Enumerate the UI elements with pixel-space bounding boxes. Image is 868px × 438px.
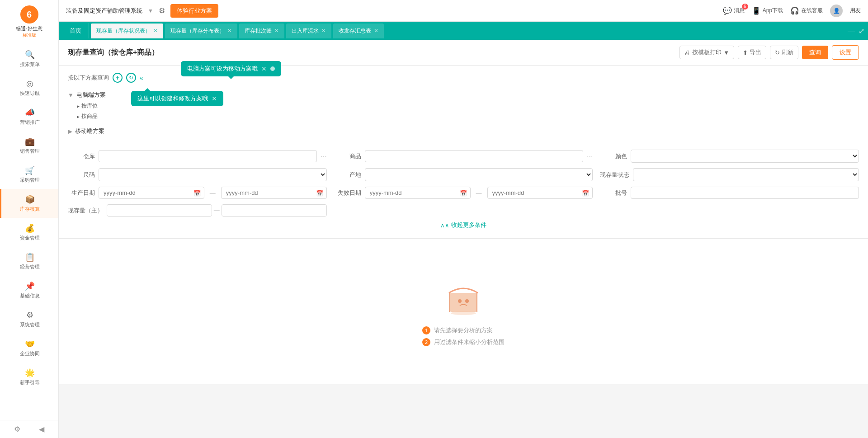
sidebar-item-sales[interactable]: 💼 销售管理 (0, 131, 58, 160)
phone-icon: 📱 (752, 6, 761, 15)
sidebar-item-operations[interactable]: 📋 经营管理 (0, 247, 58, 276)
tab-label: 现存量（库存分布表） (170, 27, 225, 35)
sidebar-item-label: 采购管理 (20, 177, 40, 184)
refresh-icon: ↻ (775, 49, 780, 56)
print-button[interactable]: 🖨 按模板打印 ▼ (679, 46, 734, 59)
batch-no-input[interactable] (631, 187, 859, 199)
sidebar-item-purchase[interactable]: 🛒 采购管理 (0, 160, 58, 189)
hint-item-2: 2 用过滤条件来缩小分析范围 (422, 336, 505, 348)
content-area: 现存量查询（按仓库+商品） 🖨 按模板打印 ▼ ⬆ 导出 ↻ 刷新 查询 设置 (59, 40, 868, 438)
sidebar-item-quicknav[interactable]: ◎ 快速导航 (0, 73, 58, 102)
compass-icon: ◎ (26, 79, 33, 89)
enterprise-icon: 🤝 (25, 339, 35, 349)
filter-refresh-button[interactable]: ↻ (126, 73, 136, 83)
collapse-button[interactable]: ∧∧ 收起更多条件 (440, 221, 486, 229)
scheme-mobile[interactable]: ▶ 移动端方案 (68, 125, 106, 137)
system-name: 装备及固定资产辅助管理系统 (66, 7, 142, 15)
tab-batch-ledger[interactable]: 库存批次账 ✕ (239, 24, 284, 38)
tab-close-icon[interactable]: ✕ (227, 28, 232, 34)
expire-date-to-input[interactable] (487, 187, 593, 199)
tab-inventory-status[interactable]: 现存量（库存状况表） ✕ (91, 24, 163, 38)
origin-label: 产地 (334, 171, 361, 179)
sidebar-item-newguide[interactable]: 🌟 新手引导 (0, 363, 58, 391)
tab-close-icon[interactable]: ✕ (321, 28, 326, 34)
tooltip2-close-icon[interactable]: ✕ (212, 95, 217, 102)
color-select[interactable] (631, 150, 859, 163)
qty-main-to-input[interactable] (222, 204, 327, 217)
print-icon: 🖨 (684, 49, 690, 56)
tooltip-close-icon[interactable]: ✕ (261, 65, 267, 72)
sidebar-item-inventory[interactable]: 📦 库存核算 (0, 189, 58, 218)
goods-dots-icon[interactable]: ··· (587, 152, 593, 160)
goods-input[interactable] (365, 150, 583, 162)
sidebar-item-basic[interactable]: 📌 基础信息 (0, 276, 58, 305)
warehouse-input[interactable] (99, 150, 317, 162)
app-label: App下载 (763, 7, 783, 14)
scheme-tooltip: 电脑方案可设为移动方案哦 ✕ (181, 61, 281, 76)
sidebar-item-label: 销售管理 (20, 148, 40, 155)
collapse-sidebar-button[interactable]: ◀ (39, 425, 44, 433)
warehouse-dots-icon[interactable]: ··· (321, 152, 326, 160)
qty-main-range: — (107, 204, 327, 217)
marketing-icon: 📣 (25, 108, 35, 118)
prod-date-from-input[interactable] (99, 187, 204, 199)
create-scheme-tooltip: 这里可以创建和修改方案哦 ✕ (131, 91, 223, 106)
origin-select[interactable] (365, 168, 593, 181)
prod-date-to-wrap: 📅 (221, 187, 327, 199)
filter-header: 按以下方案查询 + ↻ « 电脑方案可设为移动方案哦 ✕ (68, 73, 859, 83)
scheme-sub-label: 按商品 (81, 113, 98, 120)
filter-back-button[interactable]: « (140, 74, 143, 81)
qty-main-from-input[interactable] (107, 204, 212, 217)
search-button[interactable]: 查询 (802, 46, 828, 59)
scheme-sub-label: 按库位 (81, 102, 98, 110)
size-select[interactable] (99, 168, 327, 181)
tab-maximize-icon[interactable]: ⤢ (859, 27, 864, 35)
refresh-button[interactable]: ↻ 刷新 (770, 46, 798, 59)
industry-button[interactable]: 体验行业方案 (170, 4, 218, 18)
system-dropdown-icon[interactable]: ▼ (148, 8, 153, 14)
user-name[interactable]: 用友 (850, 7, 861, 14)
reset-button[interactable]: 设置 (832, 45, 859, 60)
scheme-sub-item-goods[interactable]: ▸ 按商品 (77, 111, 106, 122)
calendar-icon[interactable]: 📅 (582, 189, 589, 196)
sidebar-item-finance[interactable]: 💰 资金管理 (0, 218, 58, 247)
tabs-bar: 首页 现存量（库存状况表） ✕ 现存量（库存分布表） ✕ 库存批次账 ✕ 出入库… (59, 22, 868, 40)
tab-home[interactable]: 首页 (62, 23, 89, 38)
settings-button[interactable]: ⚙ (14, 425, 20, 433)
sidebar-item-label: 搜索菜单 (20, 61, 40, 68)
calendar-icon[interactable]: 📅 (193, 189, 201, 196)
stock-status-field: 现存量状态 (600, 168, 859, 181)
tab-recv-summary[interactable]: 收发存汇总表 ✕ (333, 24, 384, 38)
messages-button[interactable]: 💬 消息 6 (723, 6, 745, 15)
calendar-icon[interactable]: 📅 (460, 189, 467, 196)
date-range-dash: — (208, 189, 217, 196)
sidebar-item-enterprise[interactable]: 🤝 企业协同 (0, 334, 58, 363)
prod-date-to-input[interactable] (221, 187, 327, 199)
support-button[interactable]: 🎧 在线客服 (790, 6, 823, 15)
calendar-icon[interactable]: 📅 (316, 189, 323, 196)
basic-icon: 📌 (25, 281, 35, 291)
sidebar-item-marketing[interactable]: 📣 营销推广 (0, 102, 58, 131)
tab-minimize-icon[interactable]: — (848, 27, 855, 35)
tab-inventory-dist[interactable]: 现存量（库存分布表） ✕ (165, 24, 237, 38)
tab-close-icon[interactable]: ✕ (374, 28, 378, 34)
filter-add-button[interactable]: + (113, 73, 123, 83)
svg-point-5 (451, 311, 476, 315)
filter-row-3: 生产日期 📅 — 📅 失效日期 (68, 187, 859, 199)
export-button[interactable]: ⬆ 导出 (738, 46, 766, 59)
topbar-right: 💬 消息 6 📱 App下载 🎧 在线客服 👤 用友 (723, 5, 861, 17)
tab-close-icon[interactable]: ✕ (153, 28, 158, 34)
sidebar-item-search[interactable]: 🔍 搜索菜单 (0, 44, 58, 73)
scheme-sub-item-warehouse[interactable]: ▸ 按库位 (77, 101, 106, 111)
scheme-desktop[interactable]: ▼ 电脑端方案 (68, 89, 106, 101)
tab-close-icon[interactable]: ✕ (274, 28, 279, 34)
refresh-label: 刷新 (782, 48, 793, 57)
app-download-button[interactable]: 📱 App下载 (752, 6, 783, 15)
expire-date-from-input[interactable] (365, 187, 471, 199)
stock-status-select[interactable] (633, 168, 859, 181)
tab-inout-flow[interactable]: 出入库流水 ✕ (286, 24, 331, 38)
sidebar-item-system[interactable]: ⚙ 系统管理 (0, 305, 58, 334)
topbar-left: 装备及固定资产辅助管理系统 ▼ ⚙ 体验行业方案 (66, 4, 218, 18)
settings-gear-button[interactable]: ⚙ (159, 6, 165, 15)
sales-icon: 💼 (25, 137, 35, 146)
